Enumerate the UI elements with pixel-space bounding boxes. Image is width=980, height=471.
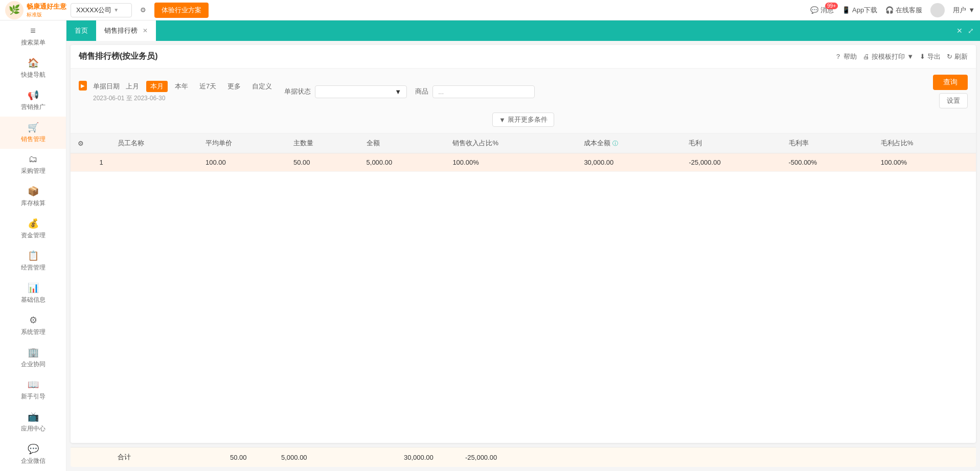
app-subtitle: 标准版 [27, 11, 66, 18]
date-filter: 单据日期 上月 本月 本年 近7天 更多 自定义 [93, 81, 276, 103]
user-name[interactable]: 用户 ▼ [953, 6, 975, 15]
svg-text:🌿: 🌿 [9, 4, 20, 15]
app-title: 畅康通好生意 [27, 2, 66, 11]
date-tab-7days[interactable]: 近7天 [195, 81, 220, 92]
filter-expand-toggle[interactable]: ▶ [79, 81, 87, 91]
date-tab-this-month[interactable]: 本月 [146, 81, 168, 92]
footer-main-qty: 50.00 [230, 454, 281, 461]
col-amount: 全额 [360, 133, 447, 153]
date-tab-last-month[interactable]: 上月 [122, 81, 143, 92]
table-row: 1 100.00 50.00 5,000.00 100.00% 30,000.0… [71, 153, 976, 172]
query-button[interactable]: 查询 [933, 75, 968, 90]
content-area: 首页 销售排行榜 ✕ ✕ ⤢ 销售排行榜(按业务员) [66, 20, 980, 471]
logo-area: 🌿 畅康通好生意 标准版 [5, 1, 66, 19]
cell-employee [111, 153, 199, 172]
col-main-qty: 主数量 [287, 133, 360, 153]
main-area: ≡ 搜索菜单 🏠 快捷导航 📢 营销推广 🛒 销售管理 🗂 采购管理 📦 [0, 20, 980, 471]
goods-filter-label: 商品 [415, 87, 428, 96]
window-expand-icon[interactable]: ⤢ [968, 27, 974, 35]
sidebar-item-label: 采购管理 [21, 167, 45, 175]
logo-text: 畅康通好生意 标准版 [27, 2, 66, 18]
clipboard-icon: 📋 [28, 250, 39, 261]
help-btn[interactable]: ？ 帮助 [835, 52, 857, 61]
template-print-btn[interactable]: 🖨 按模板打印 ▼ [863, 52, 914, 61]
sidebar-item-label: 库存核算 [21, 199, 45, 208]
cell-amount: 5,000.00 [360, 153, 447, 172]
chevron-down-icon: ▼ [499, 116, 506, 124]
megaphone-icon: 📢 [28, 89, 39, 101]
page-title: 销售排行榜(按业务员) [79, 51, 158, 62]
footer-amount: 5,000.00 [281, 454, 343, 461]
info-icon: ⓘ [612, 140, 618, 146]
wechat-icon: 💬 [28, 443, 39, 455]
sidebar-item-inventory[interactable]: 📦 库存核算 [0, 181, 66, 213]
sidebar-item-quick-nav[interactable]: 🏠 快捷导航 [0, 52, 66, 84]
chart-icon: 📊 [28, 282, 39, 294]
online-service-btn[interactable]: 🎧 在线客服 [885, 6, 922, 15]
sidebar-item-search-order[interactable]: ≡ 搜索菜单 [0, 20, 66, 52]
date-tab-custom[interactable]: 自定义 [248, 81, 276, 92]
sidebar-item-label: 系统管理 [21, 328, 45, 337]
date-tab-this-year[interactable]: 本年 [171, 81, 192, 92]
date-tabs: 上月 本月 本年 近7天 更多 自定义 [122, 81, 276, 92]
goods-placeholder: ... [438, 88, 529, 96]
sidebar-item-enterprise-collab[interactable]: 🏢 企业协同 [0, 342, 66, 374]
cart-icon: 🛒 [28, 122, 39, 133]
company-selector[interactable]: XXXXX公司 ▼ [71, 3, 132, 17]
window-close-icon[interactable]: ✕ [956, 27, 963, 35]
chevron-down-icon: ▼ [113, 7, 119, 13]
status-select[interactable]: ▼ [315, 85, 407, 98]
system-icon: ⚙ [29, 315, 37, 326]
tab-close-icon[interactable]: ✕ [143, 27, 148, 34]
sidebar-item-label: 快捷导航 [21, 71, 45, 79]
tab-bar: 首页 销售排行榜 ✕ ✕ ⤢ [66, 20, 980, 41]
setting-button[interactable]: 设置 [939, 93, 968, 108]
sidebar-item-sales[interactable]: 🛒 销售管理 [0, 117, 66, 149]
expand-more-btn[interactable]: ▼ 展开更多条件 [492, 113, 554, 127]
tab-sales-rank[interactable]: 销售排行榜 ✕ [96, 20, 156, 41]
page-content: 销售排行榜(按业务员) ？ 帮助 🖨 按模板打印 ▼ ⬇ [71, 45, 976, 443]
sidebar-item-basic-info[interactable]: 📊 基础信息 [0, 277, 66, 309]
trial-button[interactable]: 体验行业方案 [154, 3, 209, 18]
col-settings[interactable]: ⚙ [71, 133, 91, 153]
sidebar-item-finance[interactable]: 💰 资金管理 [0, 213, 66, 245]
goods-input[interactable]: ... [432, 85, 535, 98]
settings-icon-btn[interactable]: ⚙ [136, 3, 150, 17]
date-tab-more[interactable]: 更多 [223, 81, 245, 92]
table-settings-icon[interactable]: ⚙ [78, 140, 84, 147]
notification-icon: 💬 [810, 6, 818, 14]
sidebar-item-app-center[interactable]: 📺 应用中心 [0, 406, 66, 438]
sidebar-item-label: 搜索菜单 [21, 38, 45, 47]
sidebar-item-guide[interactable]: 📖 新手引导 [0, 374, 66, 406]
download-icon: 📱 [842, 6, 850, 14]
chevron-down-icon: ▼ [395, 88, 401, 96]
sidebar-item-system[interactable]: ⚙ 系统管理 [0, 309, 66, 342]
app-logo-icon: 🌿 [5, 1, 24, 19]
top-bar: 🌿 畅康通好生意 标准版 XXXXX公司 ▼ ⚙ 体验行业方案 💬 [0, 0, 980, 20]
right-arrow-icon: ▶ [81, 83, 85, 88]
cell-sales-pct: 100.00% [446, 153, 578, 172]
cell-profit: -25,000.00 [682, 153, 782, 172]
sidebar-item-operations[interactable]: 📋 经营管理 [0, 245, 66, 277]
date-filter-label: 单据日期 [93, 82, 120, 91]
user-avatar[interactable] [930, 3, 945, 17]
company-name: XXXXX公司 [76, 6, 111, 15]
sidebar-item-label: 营销推广 [21, 103, 45, 111]
date-filter-group: ▶ 单据日期 上月 本月 本年 近7天 [79, 81, 276, 103]
table-header-row: ⚙ 员工名称 平均单价 主数量 全额 销售收入占比% 成本全额 ⓘ 毛利 毛 [71, 133, 976, 153]
refresh-btn[interactable]: ↻ 刷新 [947, 52, 968, 61]
export-btn[interactable]: ⬇ 导出 [920, 52, 941, 61]
print-icon: 🖨 [863, 53, 870, 60]
sidebar-item-purchase[interactable]: 🗂 采购管理 [0, 149, 66, 181]
tab-home[interactable]: 首页 [66, 20, 96, 41]
sidebar-item-enterprise-wechat[interactable]: 💬 企业微信 [0, 438, 66, 470]
sidebar-item-marketing[interactable]: 📢 营销推广 [0, 84, 66, 117]
notification-area[interactable]: 💬 消息 99+ [810, 6, 834, 15]
sidebar-item-label: 资金管理 [21, 231, 45, 240]
cell-cost-amount: 30,000.00 [578, 153, 682, 172]
cell-rank: 1 [91, 153, 111, 172]
app-download-btn[interactable]: 📱 App下载 [842, 6, 877, 15]
sidebar-item-label: 企业协同 [21, 360, 45, 369]
gear-icon: ⚙ [140, 6, 146, 14]
status-filter-label: 单据状态 [284, 87, 311, 96]
